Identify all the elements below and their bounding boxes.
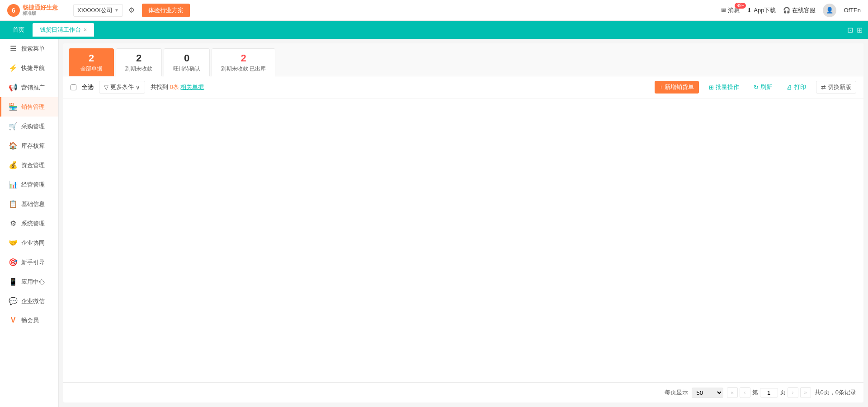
stats-all-label: 全部单据 <box>80 65 102 73</box>
settings-icon[interactable]: ⚙ <box>127 4 137 16</box>
topbar-right: ✉ 消息 99+ ⬇ App下载 🎧 在线客服 👤 OfTEn <box>721 4 861 17</box>
active-tab-label: 钱货日清工作台 <box>40 26 81 34</box>
sidebar-item-corp[interactable]: 🤝 企业协同 <box>0 233 58 253</box>
filter-icon: ▽ <box>104 84 108 91</box>
tab-qianhuoriqing[interactable]: 钱货日清工作台 × <box>33 23 94 37</box>
app-version: 标准版 <box>23 11 58 16</box>
pagination-next-btn[interactable]: › <box>788 387 798 398</box>
pagination-last-btn[interactable]: » <box>800 387 811 398</box>
content-card: 2 全部单据 2 到期未收款 0 旺铺待确认 2 到期未收款 已出库 <box>63 43 863 402</box>
switch-label: 切换新版 <box>828 83 851 91</box>
print-label: 打印 <box>794 83 806 91</box>
username[interactable]: OfTEn <box>844 7 861 14</box>
table-area <box>63 98 863 382</box>
filter-label: 更多条件 <box>110 83 134 91</box>
trial-button[interactable]: 体验行业方案 <box>142 4 190 17</box>
sidebar-label-inventory: 库存核算 <box>21 142 45 150</box>
tab-home[interactable]: 首页 <box>5 23 32 37</box>
stats-tab-overdue-unshipped[interactable]: 2 到期未收款 已出库 <box>212 48 275 76</box>
home-tab-label: 首页 <box>13 26 24 34</box>
sidebar-item-system[interactable]: ⚙ 系统管理 <box>0 214 58 233</box>
avatar[interactable]: 👤 <box>823 4 836 17</box>
guide-icon: 🎯 <box>9 258 18 267</box>
company-name: XXXXXX公司 <box>77 6 113 14</box>
sidebar-item-apps[interactable]: 📱 应用中心 <box>0 272 58 291</box>
purchase-icon: 🛒 <box>9 122 18 131</box>
switch-icon: ⇄ <box>821 84 826 91</box>
per-page-select[interactable]: 50 10 20 100 <box>692 388 723 398</box>
system-icon: ⚙ <box>9 219 18 228</box>
minimize-icon[interactable]: ⊡ <box>847 26 853 34</box>
app-logo: 6 畅捷通好生意 标准版 <box>7 4 66 17</box>
sidebar-label-sales: 销售管理 <box>21 103 45 111</box>
main-layout: ☰ 搜索菜单 ⚡ 快捷导航 📢 营销推广 🏪 销售管理 🛒 采购管理 🏠 库存核… <box>0 39 868 407</box>
stats-overdue-uncollected-number: 2 <box>136 52 142 64</box>
pagination-nav: « ‹ 第 页 › » <box>727 387 811 398</box>
stats-all-number: 2 <box>89 52 94 64</box>
stats-wangpu-number: 0 <box>184 52 189 64</box>
sidebar: ☰ 搜索菜单 ⚡ 快捷导航 📢 营销推广 🏪 销售管理 🛒 采购管理 🏠 库存核… <box>0 39 59 407</box>
sidebar-label-vip: 畅会员 <box>21 316 39 324</box>
print-btn[interactable]: 🖨 打印 <box>782 81 811 93</box>
add-sale-order-btn[interactable]: + 新增销货单 <box>655 81 699 94</box>
company-dropdown-arrow: ▼ <box>114 8 119 13</box>
topbar: 6 畅捷通好生意 标准版 XXXXXX公司 ▼ ⚙ 体验行业方案 ✉ 消息 99… <box>0 0 868 21</box>
app-download-icon: ⬇ <box>747 7 752 14</box>
inventory-icon: 🏠 <box>9 141 18 150</box>
sales-icon: 🏪 <box>9 103 18 111</box>
sidebar-label-apps: 应用中心 <box>21 278 45 286</box>
found-suffix[interactable]: 相关单据 <box>180 84 204 90</box>
pagination-first-btn[interactable]: « <box>727 387 738 398</box>
company-selector[interactable]: XXXXXX公司 ▼ <box>73 4 123 17</box>
stats-tab-all[interactable]: 2 全部单据 <box>69 48 114 76</box>
maximize-icon[interactable]: ⊞ <box>857 26 863 34</box>
sidebar-label-search-menu: 搜索菜单 <box>21 45 45 53</box>
sidebar-item-purchase[interactable]: 🛒 采购管理 <box>0 117 58 136</box>
online-service-btn[interactable]: 🎧 在线客服 <box>783 6 816 14</box>
app-download-btn[interactable]: ⬇ App下载 <box>747 6 776 14</box>
nav-tabs-actions: ⊡ ⊞ <box>847 26 863 34</box>
sidebar-item-basic-info[interactable]: 📋 基础信息 <box>0 194 58 214</box>
message-btn[interactable]: ✉ 消息 99+ <box>721 6 740 14</box>
batch-icon: ⊞ <box>709 84 714 91</box>
switch-new-version-btn[interactable]: ⇄ 切换新版 <box>816 81 856 94</box>
sidebar-item-capital[interactable]: 💰 资金管理 <box>0 155 58 175</box>
apps-icon: 📱 <box>9 277 18 286</box>
print-icon: 🖨 <box>787 84 793 91</box>
sidebar-item-management[interactable]: 📊 经营管理 <box>0 175 58 194</box>
content-area: 2 全部单据 2 到期未收款 0 旺铺待确认 2 到期未收款 已出库 <box>59 39 868 407</box>
found-prefix: 共找到 <box>151 84 168 90</box>
select-all-label: 全选 <box>82 83 94 91</box>
stats-overdue-unshipped-number: 2 <box>241 52 246 64</box>
sidebar-item-guide[interactable]: 🎯 新手引导 <box>0 253 58 272</box>
toolbar-left: 全选 ▽ 更多条件 ∨ 共找到 0条 相关单据 <box>71 81 649 94</box>
sidebar-item-marketing[interactable]: 📢 营销推广 <box>0 78 58 97</box>
sidebar-item-sales[interactable]: 🏪 销售管理 <box>0 97 58 117</box>
sidebar-item-vip[interactable]: V 畅会员 <box>0 311 58 330</box>
per-page-label: 每页显示 <box>665 388 688 397</box>
basic-info-icon: 📋 <box>9 200 18 208</box>
sidebar-label-management: 经营管理 <box>21 181 45 189</box>
refresh-btn[interactable]: ↻ 刷新 <box>749 81 777 93</box>
sidebar-label-wechat: 企业微信 <box>21 297 45 305</box>
batch-label: 批量操作 <box>716 83 739 91</box>
refresh-icon: ↻ <box>754 84 759 91</box>
batch-operation-btn[interactable]: ⊞ 批量操作 <box>704 81 744 93</box>
select-all-checkbox[interactable] <box>71 84 76 90</box>
message-icon: ✉ <box>721 7 726 14</box>
pagination-prev-btn[interactable]: ‹ <box>740 387 750 398</box>
stats-tab-wangpu[interactable]: 0 旺铺待确认 <box>164 48 210 76</box>
filter-btn[interactable]: ▽ 更多条件 ∨ <box>99 81 145 94</box>
sidebar-item-inventory[interactable]: 🏠 库存核算 <box>0 136 58 155</box>
tab-close-icon[interactable]: × <box>84 27 87 33</box>
sidebar-item-quick-nav[interactable]: ⚡ 快捷导航 <box>0 58 58 78</box>
sidebar-label-purchase: 采购管理 <box>21 122 45 131</box>
app-name: 畅捷通好生意 <box>23 4 58 11</box>
stats-tab-overdue-uncollected[interactable]: 2 到期未收款 <box>116 48 162 76</box>
sidebar-item-search-menu[interactable]: ☰ 搜索菜单 <box>0 39 58 58</box>
app-download-label: App下载 <box>754 6 776 14</box>
headset-icon: 🎧 <box>783 7 790 14</box>
pagination-page-input[interactable] <box>760 388 778 398</box>
sidebar-label-basic-info: 基础信息 <box>21 200 45 208</box>
sidebar-item-wechat[interactable]: 💬 企业微信 <box>0 291 58 311</box>
